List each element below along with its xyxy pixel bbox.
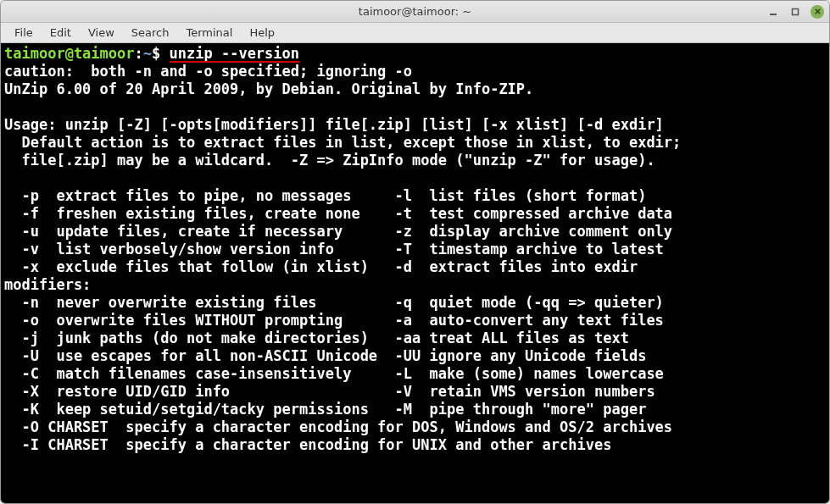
minimize-button[interactable] (766, 5, 780, 19)
output-line: -C match filenames case-insensitively -L… (4, 365, 664, 382)
output-line: -K keep setuid/setgid/tacky permissions … (4, 401, 646, 418)
output-line: -X restore UID/GID info -V retain VMS ve… (4, 383, 655, 400)
menu-help[interactable]: Help (241, 24, 283, 42)
prompt-path: ~ (143, 45, 152, 62)
terminal-window: taimoor@taimoor: ~ File Edit View Search… (0, 0, 830, 504)
output-line: file[.zip] may be a wildcard. -Z => ZipI… (4, 152, 655, 169)
output-line: -u update files, create if necessary -z … (4, 223, 672, 240)
output-line: caution: both -n and -o specified; ignor… (4, 63, 412, 80)
titlebar[interactable]: taimoor@taimoor: ~ (1, 1, 829, 23)
menu-terminal[interactable]: Terminal (177, 24, 241, 42)
maximize-button[interactable] (788, 5, 802, 19)
output-line: Usage: unzip [-Z] [-opts[modifiers]] fil… (4, 116, 664, 133)
output-line: Default action is to extract files in li… (4, 134, 681, 151)
output-line: -p extract files to pipe, no messages -l… (4, 187, 646, 204)
output-line: -o overwrite files WITHOUT prompting -a … (4, 312, 664, 329)
menu-file[interactable]: File (6, 24, 42, 42)
output-line: -v list verbosely/show version info -T t… (4, 241, 664, 258)
menubar: File Edit View Search Terminal Help (1, 23, 829, 43)
terminal-body[interactable]: taimoor@taimoor:~$ unzip --version cauti… (1, 43, 829, 503)
close-button[interactable] (811, 5, 824, 19)
output-line: -x exclude files that follow (in xlist) … (4, 258, 638, 275)
output-line: -U use escapes for all non-ASCII Unicode… (4, 347, 646, 364)
menu-search[interactable]: Search (123, 24, 178, 42)
prompt-colon: : (135, 45, 143, 62)
menu-view[interactable]: View (80, 24, 123, 42)
output-line: -n never overwrite existing files -q qui… (4, 294, 664, 311)
output-line: UnZip 6.00 of 20 April 2009, by Debian. … (4, 80, 533, 97)
output-line: -f freshen existing files, create none -… (4, 205, 672, 222)
command-text: unzip --version (170, 45, 300, 62)
window-controls (766, 1, 824, 22)
output-line: -O CHARSET specify a character encoding … (4, 418, 672, 435)
prompt-user-host: taimoor@taimoor (4, 45, 135, 62)
output-line: -I CHARSET specify a character encoding … (4, 436, 611, 453)
output-line: modifiers: (4, 276, 91, 293)
output-line: -j junk paths (do not make directories) … (4, 330, 629, 346)
svg-rect-1 (793, 8, 799, 14)
prompt-dollar: $ (152, 45, 169, 62)
window-title: taimoor@taimoor: ~ (359, 5, 471, 18)
menu-edit[interactable]: Edit (42, 24, 80, 42)
